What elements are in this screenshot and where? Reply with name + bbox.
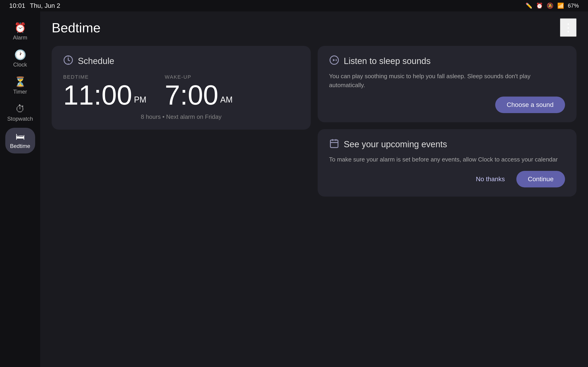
page-title: Bedtime [52,20,101,35]
sidebar-label-stopwatch: Stopwatch [7,116,33,122]
status-left: 10:01 Thu, Jun 2 [9,2,60,9]
wakeup-ampm: AM [220,95,233,105]
svg-rect-2 [330,140,338,148]
mute-icon: 🔕 [547,2,553,9]
page-header: Bedtime ⋮ [52,18,577,37]
wakeup-block: WAKE-UP 7:00 AM [165,74,233,109]
sleep-sounds-card: Listen to sleep sounds You can play soot… [318,46,577,122]
schedule-times: BEDTIME 11:00 PM WAKE-UP 7:00 AM [63,74,299,109]
sleep-sounds-header: Listen to sleep sounds [329,55,565,67]
upcoming-events-title: See your upcoming events [344,140,447,149]
continue-button[interactable]: Continue [516,171,565,187]
sleep-sounds-title: Listen to sleep sounds [344,56,431,66]
pencil-icon: ✏️ [526,2,532,9]
bedtime-block: BEDTIME 11:00 PM [63,74,146,109]
bedtime-ampm: PM [134,95,146,105]
wakeup-label: WAKE-UP [165,74,233,80]
clock-icon: 🕐 [14,50,26,60]
sleep-sounds-icon [329,55,339,67]
wifi-icon: 📶 [557,2,564,9]
upcoming-events-desc: To make sure your alarm is set before an… [329,155,565,164]
sidebar-item-clock[interactable]: 🕐 Clock [0,45,40,73]
status-date: Thu, Jun 2 [30,2,60,9]
sidebar-item-bedtime[interactable]: 🛏 Bedtime [5,128,35,153]
status-time: 10:01 [9,2,25,9]
battery-icon: 67% [568,2,579,9]
wakeup-value: 7:00 AM [165,81,233,109]
bedtime-hour: 11:00 [63,81,132,109]
sidebar-item-timer[interactable]: ⏳ Timer [0,73,40,100]
timer-icon: ⏳ [14,77,26,87]
app-container: ⏰ Alarm 🕐 Clock ⏳ Timer ⏱ Stopwatch 🛏 Be… [0,11,588,367]
schedule-icon [63,55,73,67]
upcoming-events-actions: No thanks Continue [329,171,565,187]
right-column: Listen to sleep sounds You can play soot… [318,46,577,197]
alarm-icon: ⏰ [14,23,26,33]
status-bar: 10:01 Thu, Jun 2 ✏️ ⏰ 🔕 📶 67% [0,0,588,11]
schedule-card: Schedule BEDTIME 11:00 PM WAKE-UP 7:00 [52,46,311,130]
no-thanks-button[interactable]: No thanks [469,171,512,187]
choose-sound-button[interactable]: Choose a sound [495,97,565,113]
upcoming-events-header: See your upcoming events [329,138,565,150]
bedtime-value: 11:00 PM [63,81,146,109]
sidebar-label-timer: Timer [13,89,27,95]
sidebar-item-stopwatch[interactable]: ⏱ Stopwatch [0,100,40,127]
upcoming-events-card: See your upcoming events To make sure yo… [318,129,577,197]
alarm-status-icon: ⏰ [536,2,543,9]
more-options-button[interactable]: ⋮ [560,18,577,37]
schedule-summary: 8 hours • Next alarm on Friday [63,113,299,120]
cards-grid: Schedule BEDTIME 11:00 PM WAKE-UP 7:00 [52,46,577,197]
sidebar-label-clock: Clock [13,61,27,68]
sidebar-label-alarm: Alarm [13,34,27,41]
sleep-sounds-desc: You can play soothing music to help you … [329,72,565,90]
schedule-title: Schedule [78,56,114,66]
main-content: Bedtime ⋮ Schedule [40,11,588,367]
bedtime-label: BEDTIME [63,74,146,80]
status-right: ✏️ ⏰ 🔕 📶 67% [526,2,579,9]
schedule-card-header: Schedule [63,55,299,67]
wakeup-hour: 7:00 [165,81,218,109]
sidebar-item-alarm[interactable]: ⏰ Alarm [0,18,40,45]
sidebar-label-bedtime: Bedtime [10,143,30,149]
stopwatch-icon: ⏱ [15,104,25,114]
sleep-sounds-actions: Choose a sound [329,97,565,113]
calendar-icon [329,138,339,150]
bedtime-icon: 🛏 [16,132,25,141]
sidebar: ⏰ Alarm 🕐 Clock ⏳ Timer ⏱ Stopwatch 🛏 Be… [0,11,40,367]
